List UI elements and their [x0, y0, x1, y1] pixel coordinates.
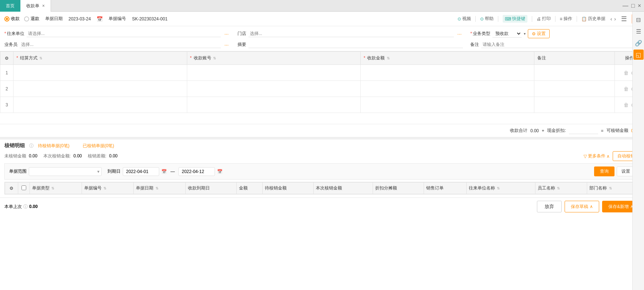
row-amount-1[interactable] — [361, 65, 534, 81]
bth-sales-order: 销售订单 — [424, 183, 466, 194]
plus-sign: + — [542, 128, 544, 133]
sidebar-attachment-icon[interactable]: 🔗 — [633, 38, 644, 48]
row-amount-3[interactable] — [361, 97, 534, 113]
verification-section: 核销明细 ⓘ 待核销单据(0笔) 已核销单据(0笔) 未核销金额 0.00 本次… — [0, 137, 644, 197]
salesperson-input[interactable] — [20, 41, 221, 48]
counterparty-input[interactable] — [27, 30, 221, 37]
operation-label: 操作 — [564, 16, 572, 22]
more-conditions-btn[interactable]: ▽ 更多条件 ∧ — [584, 153, 610, 159]
sort-employee[interactable]: ⇅ — [557, 186, 560, 190]
calendar-start-icon[interactable]: 📅 — [161, 169, 167, 174]
row-account-1[interactable] — [187, 65, 361, 81]
verify-header: 核销明细 ⓘ 待核销单据(0笔) 已核销单据(0笔) — [4, 142, 640, 149]
info-icon-footer[interactable]: ⓘ — [23, 204, 28, 210]
counterparty-more-btn[interactable]: ··· — [223, 31, 230, 37]
radio-receive[interactable]: 收款 — [4, 16, 20, 22]
discount-input[interactable] — [569, 127, 598, 134]
bth-checkbox[interactable] — [18, 183, 30, 194]
row-amount-2[interactable] — [361, 81, 534, 97]
counterparty-field: *往来单位 ··· — [4, 30, 230, 37]
video-btn[interactable]: ⊙ 视频 — [458, 16, 471, 22]
th-settings[interactable]: ⚙ — [0, 52, 13, 65]
sidebar-active-icon[interactable]: ◱ — [633, 50, 644, 60]
delete-icon-2[interactable]: 🗑 — [624, 86, 629, 92]
salesperson-label: 业务员 — [4, 42, 17, 48]
date-end-input[interactable] — [178, 167, 215, 176]
row-remark-2[interactable] — [534, 81, 614, 97]
tab-receipt[interactable]: 收款单 × — [20, 0, 51, 12]
layout-icon[interactable]: ☰ — [621, 15, 627, 23]
row-settlement-1[interactable] — [13, 65, 187, 81]
sort-settlement[interactable]: ⇅ — [39, 56, 42, 60]
verify-info-icon[interactable]: ⓘ — [29, 143, 34, 149]
bth-employee: 员工名称 ⇅ — [535, 183, 587, 194]
salesperson-more-btn[interactable]: ··· — [223, 42, 230, 48]
radio-refund[interactable]: 退款 — [24, 16, 39, 22]
save-draft-btn[interactable]: 保存草稿 ∧ — [565, 201, 599, 212]
store-input[interactable] — [248, 30, 454, 37]
close-btn[interactable]: × — [638, 3, 641, 9]
sort-date[interactable]: ⇅ — [156, 186, 158, 190]
operation-btn[interactable]: ≡ 操作 — [560, 16, 572, 22]
total-label: 收款合计 — [510, 128, 527, 134]
print-btn[interactable]: 🖨 打印 — [537, 16, 551, 22]
sort-no[interactable]: ⇅ — [103, 186, 106, 190]
this-order-value: 0.00 — [29, 204, 38, 209]
maximize-btn[interactable]: □ — [631, 3, 635, 9]
sort-counterparty[interactable]: ⇅ — [497, 186, 500, 190]
sort-amount[interactable]: ⇅ — [387, 56, 390, 60]
header-toolbar: 收款 退款 单据日期 2023-03-24 📅 单据编号 SK-20230324… — [0, 12, 644, 26]
verifiable-label: 可核销金额 — [606, 128, 628, 134]
summary-field: 摘要 — [237, 41, 463, 48]
bill-no-label: 单据编号 — [109, 16, 126, 22]
sort-account[interactable]: ⇅ — [213, 56, 216, 60]
history-btn[interactable]: 📋 历史单据 — [581, 16, 605, 22]
sort-dept[interactable]: ⇅ — [609, 186, 612, 190]
sort-type[interactable]: ⇅ — [51, 186, 54, 190]
sidebar-table-icon[interactable]: ⊟ — [633, 15, 644, 25]
help-btn[interactable]: ⊙ 帮助 — [480, 16, 494, 22]
tab-close-icon[interactable]: × — [42, 3, 45, 8]
business-type-select[interactable]: 预收款 — [492, 30, 522, 38]
help-icon: ⊙ — [480, 16, 484, 21]
row-settlement-2[interactable] — [13, 81, 187, 97]
verify-toolbar: ▽ 更多条件 ∧ 自动核销 — [584, 151, 640, 161]
tab-home[interactable]: 首页 — [0, 0, 20, 12]
next-btn[interactable]: › — [613, 16, 617, 22]
delete-icon-3[interactable]: 🗑 — [624, 102, 629, 108]
row-remark-1[interactable] — [534, 65, 614, 81]
sidebar-list-icon[interactable]: ☰ — [633, 26, 644, 36]
select-all-checkbox[interactable] — [21, 185, 26, 190]
calendar-end-icon[interactable]: 📅 — [217, 169, 223, 174]
filter-icon: ▽ — [584, 154, 587, 159]
minimize-btn[interactable]: — — [623, 3, 628, 9]
pending-tab[interactable]: 待核销单据(0笔) — [38, 143, 70, 149]
video-label: 视频 — [462, 16, 471, 22]
table-row: 2 🗑 ⊕ — [0, 81, 644, 97]
shortcut-btn[interactable]: ⌨ 快捷键 — [503, 15, 527, 23]
query-btn[interactable]: 查询 — [594, 166, 614, 176]
summary-row: 收款合计 0.00 + 现金折扣: = 可核销金额 0.00 — [0, 124, 644, 137]
abandon-btn[interactable]: 放弃 — [537, 201, 562, 212]
row-remark-3[interactable] — [534, 97, 614, 113]
range-select[interactable] — [29, 167, 102, 176]
settings-button[interactable]: ⚙ 设置 — [528, 29, 550, 38]
verified-tab[interactable]: 已核销单据(0笔) — [83, 143, 114, 149]
store-field: 门店 ··· — [237, 30, 463, 37]
save-draft-arrow[interactable]: ∧ — [590, 204, 593, 209]
bill-date-label: 单据日期 — [45, 16, 63, 22]
prev-btn[interactable]: ‹ — [610, 16, 613, 22]
calendar-icon[interactable]: 📅 — [97, 16, 103, 22]
bottom-table: ⚙ 单据类型 ⇅ 单据编号 ⇅ 单据日期 — [5, 182, 639, 194]
summary-input[interactable] — [248, 41, 463, 48]
th-amount: * 收款金额 ⇅ — [361, 52, 534, 65]
row-settlement-3[interactable] — [13, 97, 187, 113]
row-account-3[interactable] — [187, 97, 361, 113]
date-start-input[interactable] — [123, 167, 159, 176]
delete-icon-1[interactable]: 🗑 — [624, 70, 629, 76]
bth-settings[interactable]: ⚙ — [5, 183, 18, 194]
remark-input[interactable] — [481, 41, 640, 48]
store-more-btn[interactable]: ··· — [456, 31, 463, 37]
row-account-2[interactable] — [187, 81, 361, 97]
due-date-field: 到期日 📅 — 📅 — [107, 167, 223, 176]
